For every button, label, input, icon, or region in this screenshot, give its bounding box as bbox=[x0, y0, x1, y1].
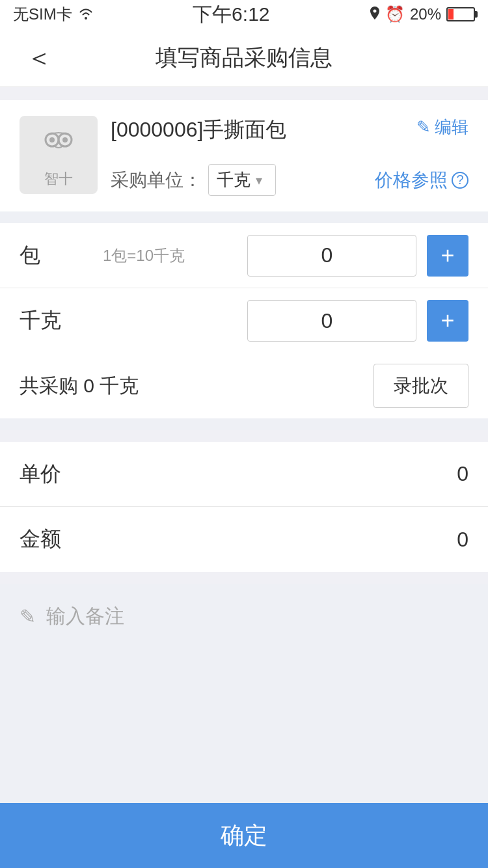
pencil-icon: ✎ bbox=[20, 605, 36, 628]
location-icon bbox=[370, 5, 380, 23]
svg-point-3 bbox=[62, 137, 68, 142]
edit-icon: ✎ bbox=[416, 117, 431, 137]
product-top-row: [0000006]手撕面包 ✎ 编辑 bbox=[111, 116, 468, 155]
unit-price-value: 0 bbox=[457, 462, 468, 486]
brand-label: 智十 bbox=[44, 169, 73, 189]
status-bar: 无SIM卡 下午6:12 ⏰ 20% bbox=[0, 0, 488, 29]
bao-input-row: 包 1包=10千克 + bbox=[0, 223, 488, 288]
status-time: 下午6:12 bbox=[193, 1, 269, 28]
status-right: ⏰ 20% bbox=[370, 5, 475, 23]
kg-input-row: 千克 + bbox=[0, 288, 488, 353]
confirm-bar[interactable]: 确定 bbox=[0, 803, 488, 868]
product-name: [0000006]手撕面包 bbox=[111, 116, 286, 144]
summary-row: 共采购 0 千克 录批次 bbox=[0, 353, 488, 418]
edit-button[interactable]: ✎ 编辑 bbox=[416, 116, 468, 139]
brand-logo-icon bbox=[39, 122, 78, 167]
alarm-icon: ⏰ bbox=[385, 5, 405, 23]
nav-bar: ＜ 填写商品采购信息 bbox=[0, 29, 488, 87]
remarks-placeholder: 输入备注 bbox=[46, 603, 124, 630]
section-divider-1 bbox=[0, 211, 488, 223]
bao-hint: 1包=10千克 bbox=[103, 245, 185, 266]
question-icon: ? bbox=[452, 172, 468, 189]
input-section: 包 1包=10千克 + 千克 + bbox=[0, 223, 488, 353]
product-card: 智十 [0000006]手撕面包 ✎ 编辑 采购单位： 千克 ▾ 价格参照 ? bbox=[0, 100, 488, 211]
price-section: 单价 0 金额 0 bbox=[0, 442, 488, 572]
bao-plus-button[interactable]: + bbox=[427, 235, 468, 277]
kg-field-wrapper: + bbox=[98, 300, 468, 342]
product-image: 智十 bbox=[20, 116, 98, 194]
dropdown-arrow-icon: ▾ bbox=[256, 172, 262, 188]
bao-label: 包 bbox=[20, 241, 98, 270]
unit-price-label: 单价 bbox=[20, 460, 61, 489]
unit-label-text: 采购单位： bbox=[111, 168, 202, 193]
unit-select[interactable]: 千克 ▾ bbox=[208, 164, 276, 196]
kg-plus-button[interactable]: + bbox=[427, 300, 468, 342]
summary-text: 共采购 0 千克 bbox=[20, 373, 139, 400]
kg-label: 千克 bbox=[20, 306, 98, 335]
product-info: [0000006]手撕面包 ✎ 编辑 采购单位： 千克 ▾ 价格参照 ? bbox=[111, 116, 468, 196]
unit-price-row: 单价 0 bbox=[0, 442, 488, 507]
svg-point-2 bbox=[49, 137, 55, 142]
kg-input[interactable] bbox=[247, 300, 416, 342]
wifi-icon bbox=[79, 5, 93, 23]
amount-value: 0 bbox=[457, 528, 468, 552]
batch-button[interactable]: 录批次 bbox=[373, 364, 468, 408]
battery-icon-container bbox=[446, 5, 475, 23]
amount-row: 金额 0 bbox=[0, 507, 488, 572]
page-title: 填写商品采购信息 bbox=[156, 43, 332, 73]
price-ref-button[interactable]: 价格参照 ? bbox=[375, 168, 468, 193]
confirm-button-label: 确定 bbox=[221, 820, 267, 852]
section-divider-2 bbox=[0, 418, 488, 430]
status-left: 无SIM卡 bbox=[13, 4, 93, 25]
bao-field-wrapper: + bbox=[185, 235, 468, 277]
bao-input[interactable] bbox=[247, 235, 416, 277]
amount-label: 金额 bbox=[20, 525, 61, 554]
remarks-section[interactable]: ✎ 输入备注 bbox=[0, 584, 488, 649]
back-button[interactable]: ＜ bbox=[20, 33, 59, 82]
carrier-label: 无SIM卡 bbox=[13, 4, 72, 25]
product-unit-row: 采购单位： 千克 ▾ 价格参照 ? bbox=[111, 164, 468, 196]
battery-percent: 20% bbox=[410, 5, 441, 23]
